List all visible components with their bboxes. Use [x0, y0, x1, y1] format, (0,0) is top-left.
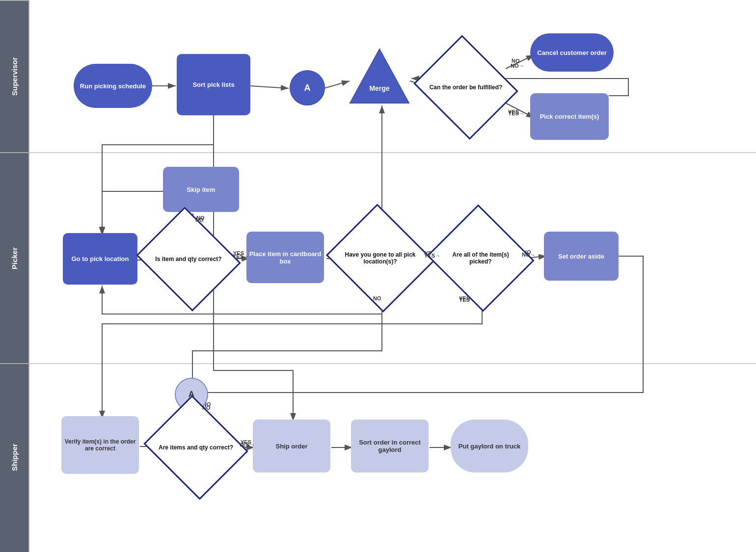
- circle-a-supervisor: A: [290, 70, 325, 105]
- yes-label-3: YES: [459, 295, 470, 301]
- svg-marker-30: [350, 49, 409, 103]
- set-order-aside: Set order aside: [544, 232, 619, 281]
- yes-label-1: YES→: [233, 253, 249, 259]
- no-label-3: NO→: [522, 252, 536, 258]
- cancel-customer-order: Cancel customer order: [530, 33, 614, 72]
- lane-divider-2: [29, 363, 756, 364]
- picker-label: Picker: [0, 152, 28, 363]
- no-label-2: NO: [373, 295, 381, 301]
- yes-label-5: YES→: [508, 110, 524, 116]
- lane-divider-1: [29, 152, 756, 153]
- no-label-5: NO→: [511, 63, 524, 69]
- swimlane-labels: Supervisor Picker Shipper: [0, 0, 29, 552]
- is-item-qty-correct: Is item and qty correct?: [149, 225, 228, 293]
- yes-label-2: YES→: [424, 253, 440, 259]
- pick-correct-items: Pick correct item(s): [530, 93, 609, 140]
- no-label-1: NO: [195, 217, 204, 223]
- ship-order: Ship order: [253, 420, 330, 473]
- sort-order-gaylord: Sort order in correct gaylord: [351, 420, 429, 473]
- shipper-label: Shipper: [0, 363, 28, 551]
- skip-item: Skip item: [163, 167, 239, 212]
- merge-triangle: Merge: [348, 47, 411, 105]
- put-gaylord-truck: Put gaylord on truck: [451, 420, 528, 473]
- svg-line-3: [324, 81, 350, 88]
- yes-label-4: YES→: [239, 442, 255, 447]
- flowchart-canvas: Supervisor Picker Shipper: [0, 0, 756, 552]
- go-to-pick-location: Go to pick location: [63, 233, 137, 285]
- verify-items-order: Verify item(s) in the order are correct: [61, 416, 139, 474]
- can-order-fulfilled: Can the order be fulfilled?: [426, 53, 506, 122]
- svg-text:Merge: Merge: [369, 84, 389, 92]
- all-items-picked: Are all of the item(s) picked?: [441, 222, 520, 294]
- diagram-area: NO YES NO YES: [29, 0, 756, 552]
- supervisor-label: Supervisor: [0, 0, 28, 152]
- no-label-4: NO: [202, 405, 211, 411]
- gone-all-pick-locations: Have you gone to all pick location(s)?: [340, 222, 421, 294]
- svg-line-2: [250, 86, 289, 88]
- run-picking-schedule: Run picking schedule: [74, 64, 152, 108]
- sort-pick-lists: Sort pick lists: [177, 54, 250, 115]
- are-items-qty-correct: Are items and qty correct?: [156, 413, 236, 482]
- place-item-cardboard: Place item in cardboard box: [246, 232, 324, 283]
